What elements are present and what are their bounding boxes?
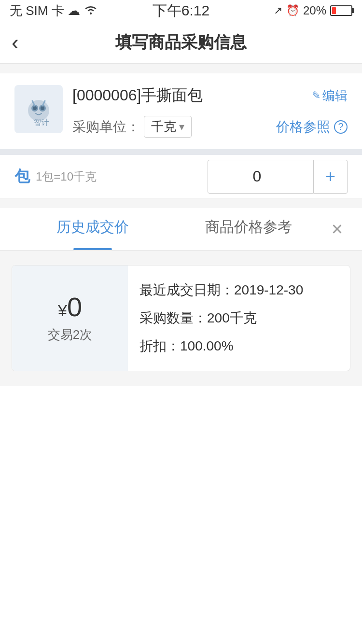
history-section: ¥0 交易2次 最近成交日期：2019-12-30 采购数量：200千克 折扣：… [0,251,362,386]
history-price-summary: ¥0 交易2次 [12,266,128,371]
product-name: [0000006]手撕面包 [72,85,203,106]
plus-icon: + [325,167,335,187]
unit-row: 采购单位： 千克 ▾ 价格参照 ? [72,116,348,138]
close-button[interactable]: × [327,213,348,245]
edit-label: 编辑 [322,87,348,104]
tab-history-label: 历史成交价 [56,217,129,241]
edit-icon: ✎ [312,89,320,102]
product-row: 智计 [0000006]手撕面包 ✎ 编辑 采购单位： 千克 ▾ [14,85,348,138]
tab-price-reference[interactable]: 商品价格参考 [170,208,326,250]
quantity-input[interactable] [208,160,314,194]
location-icon: ↗ [274,4,282,17]
price-ref-label: 价格参照 [276,118,330,136]
recent-date-label: 最近成交日期： [139,282,234,297]
recent-date-item: 最近成交日期：2019-12-30 [139,280,338,300]
quantity-label: 包 1包=10千克 [14,166,97,187]
edit-button[interactable]: ✎ 编辑 [312,87,348,104]
unit-arrow-icon: ▾ [179,121,184,133]
product-card: 智计 [0000006]手撕面包 ✎ 编辑 采购单位： 千克 ▾ [0,73,362,149]
svg-text:智计: 智计 [34,118,49,126]
price-value: 0 [67,292,82,322]
tab-active-indicator [73,248,112,250]
product-info: [0000006]手撕面包 ✎ 编辑 采购单位： 千克 ▾ 价格参照 ? [72,85,348,138]
status-right: ↗ ⏰ 20% [274,4,352,17]
status-left: 无 SIM 卡 ☁ [10,2,97,19]
unit-value: 千克 [151,118,176,135]
battery-percent: 20% [303,4,326,17]
status-time: 下午6:12 [153,1,209,21]
sim-status: 无 SIM 卡 ☁ [10,2,80,19]
quantity-plus-button[interactable]: + [314,160,348,194]
recent-date-value: 2019-12-30 [234,282,303,297]
tab-history-price[interactable]: 历史成交价 [14,208,170,250]
price-reference-button[interactable]: 价格参照 ? [276,118,348,136]
unit-select[interactable]: 千克 ▾ [144,116,192,138]
back-icon: ‹ [12,30,19,55]
trade-count: 交易2次 [48,326,92,343]
section-divider [0,149,362,155]
purchase-qty-item: 采购数量：200千克 [139,308,338,328]
quantity-input-area: + [208,160,348,194]
svg-point-5 [41,106,44,110]
history-details: 最近成交日期：2019-12-30 采购数量：200千克 折扣：100.00% [128,266,350,371]
currency-symbol: ¥ [58,301,67,320]
discount-label: 折扣： [139,338,180,353]
wifi-icon [84,3,97,18]
history-card: ¥0 交易2次 最近成交日期：2019-12-30 采购数量：200千克 折扣：… [12,265,350,371]
product-thumbnail: 智计 [14,85,63,133]
battery-icon [330,5,352,16]
purchase-qty-label: 采购数量： [139,310,207,325]
discount-value: 100.00% [180,338,234,353]
back-button[interactable]: ‹ [12,30,19,55]
tab-price-ref-label: 商品价格参考 [205,217,292,241]
nav-bar: ‹ 填写商品采购信息 [0,21,362,64]
unit-label: 采购单位： [72,118,140,136]
svg-point-0 [90,13,92,14]
help-icon: ? [334,120,348,134]
package-ratio: 1包=10千克 [36,169,97,184]
price-display: ¥0 [58,294,82,321]
close-icon: × [332,218,343,239]
product-name-row: [0000006]手撕面包 ✎ 编辑 [72,85,348,106]
bottom-space [0,386,362,644]
purchase-qty-value: 200千克 [207,310,257,325]
quantity-row: 包 1包=10千克 + [0,155,362,198]
status-bar: 无 SIM 卡 ☁ 下午6:12 ↗ ⏰ 20% [0,0,362,21]
alarm-icon: ⏰ [286,4,299,17]
tabs-row: 历史成交价 商品价格参考 × [0,208,362,251]
svg-point-4 [33,106,37,110]
package-icon: 包 [14,166,30,187]
page-title: 填写商品采购信息 [115,31,247,54]
discount-item: 折扣：100.00% [139,336,338,356]
